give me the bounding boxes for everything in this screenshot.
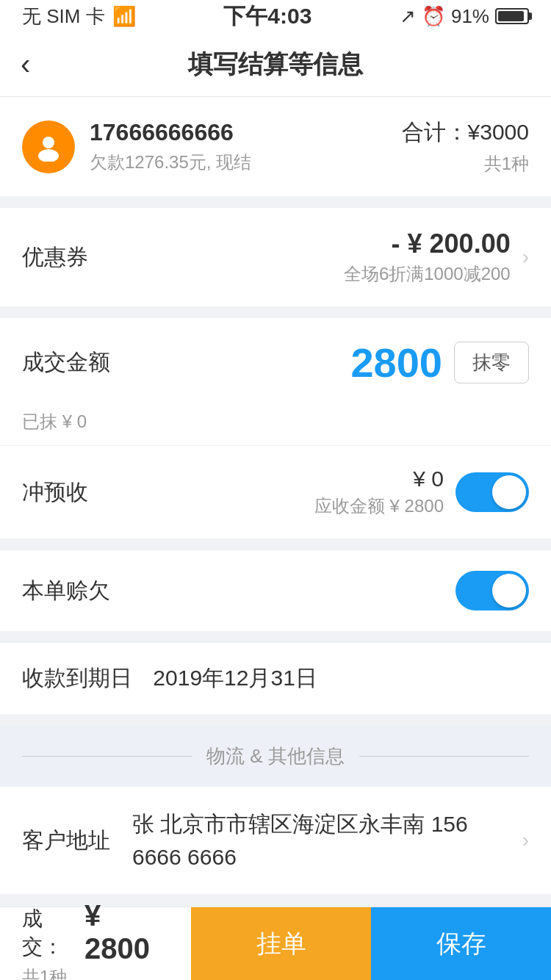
location-icon: ↗ xyxy=(400,5,416,28)
address-label: 客户地址 xyxy=(22,826,110,856)
due-date-row: 收款到期日 2019年12月31日 xyxy=(0,643,551,714)
already-rounded: 已抹 ¥ 0 xyxy=(0,407,551,445)
address-value: 张 北京市市辖区海淀区永丰南 156 6666 6666 xyxy=(132,807,522,873)
amount-label: 成交金额 xyxy=(22,347,110,378)
customer-right: 合计：¥3000 共1种 xyxy=(402,118,529,176)
discount-right: - ¥ 200.00 全场6折满1000减200 › xyxy=(344,228,529,286)
credit-label: 本单赊欠 xyxy=(22,576,110,606)
customer-card: 17666666666 欠款1276.35元, 现结 合计：¥3000 共1种 xyxy=(0,97,551,196)
status-bar: 无 SIM 卡 📶 下午4:03 ↗ ⏰ 91% xyxy=(0,0,551,32)
customer-debt: 欠款1276.35元, 现结 xyxy=(90,151,251,174)
page-title: 填写结算等信息 xyxy=(188,48,363,82)
status-time: 下午4:03 xyxy=(223,1,311,32)
prepay-row: 冲预收 ¥ 0 应收金额 ¥ 2800 xyxy=(0,445,551,538)
customer-left: 17666666666 欠款1276.35元, 现结 xyxy=(22,119,251,174)
svg-point-1 xyxy=(38,149,59,162)
battery-percent: 91% xyxy=(451,5,489,28)
credit-toggle[interactable] xyxy=(455,571,529,610)
prepay-sub-value: 应收金额 ¥ 2800 xyxy=(314,494,444,518)
address-row[interactable]: 客户地址 张 北京市市辖区海淀区永丰南 156 6666 6666 › xyxy=(0,787,551,894)
save-button[interactable]: 保存 xyxy=(371,907,551,980)
credit-right xyxy=(455,571,529,610)
back-button[interactable]: ‹ xyxy=(21,48,30,81)
due-date-value: 2019年12月31日 xyxy=(153,666,317,690)
discount-desc: 全场6折满1000减200 xyxy=(344,262,511,286)
customer-info: 17666666666 欠款1276.35元, 现结 xyxy=(90,119,251,174)
prepay-value: ¥ 0 xyxy=(314,466,444,491)
alarm-icon: ⏰ xyxy=(422,5,445,28)
address-chevron-icon: › xyxy=(522,829,529,852)
customer-count: 共1种 xyxy=(402,152,529,176)
amount-value: 2800 xyxy=(350,339,442,386)
discount-amount: - ¥ 200.00 xyxy=(344,228,511,259)
logistics-label: 物流 & 其他信息 xyxy=(206,743,345,769)
logistics-header: 物流 & 其他信息 xyxy=(0,726,551,787)
nav-bar: ‹ 填写结算等信息 xyxy=(0,32,551,97)
svg-point-0 xyxy=(43,137,54,148)
customer-total: 合计：¥3000 xyxy=(402,118,529,148)
credit-section: 本单赊欠 xyxy=(0,550,551,631)
footer-deal-count: 共1种 xyxy=(22,965,169,981)
due-date-label: 收款到期日 2019年12月31日 xyxy=(22,663,317,693)
round-button[interactable]: 抹零 xyxy=(454,342,529,383)
hold-button[interactable]: 挂单 xyxy=(191,907,371,980)
footer: 成交： ¥ 2800 共1种 挂单 保存 xyxy=(0,907,551,980)
discount-section: 优惠券 - ¥ 200.00 全场6折满1000减200 › xyxy=(0,208,551,306)
status-right: ↗ ⏰ 91% xyxy=(400,5,529,28)
status-left: 无 SIM 卡 📶 xyxy=(22,4,136,29)
amount-right: 2800 抹零 xyxy=(350,339,529,386)
amount-row: 成交金额 2800 抹零 xyxy=(0,318,551,407)
discount-row[interactable]: 优惠券 - ¥ 200.00 全场6折满1000减200 › xyxy=(0,208,551,306)
prepay-right: ¥ 0 应收金额 ¥ 2800 xyxy=(314,466,529,518)
content: 17666666666 欠款1276.35元, 现结 合计：¥3000 共1种 … xyxy=(0,97,551,980)
battery-icon xyxy=(495,8,529,24)
chevron-right-icon: › xyxy=(522,245,529,269)
discount-label: 优惠券 xyxy=(22,242,88,273)
avatar xyxy=(22,120,75,173)
customer-phone: 17666666666 xyxy=(90,119,251,146)
credit-row: 本单赊欠 xyxy=(0,550,551,631)
footer-deal-amount: ¥ 2800 xyxy=(84,899,169,965)
carrier-text: 无 SIM 卡 xyxy=(22,4,105,29)
prepay-label: 冲预收 xyxy=(22,478,88,508)
footer-deal-label: 成交： xyxy=(22,905,80,961)
wifi-icon: 📶 xyxy=(112,5,136,28)
footer-info: 成交： ¥ 2800 共1种 xyxy=(0,899,191,981)
due-date-section: 收款到期日 2019年12月31日 xyxy=(0,643,551,714)
prepay-toggle[interactable] xyxy=(455,472,529,512)
amount-section: 成交金额 2800 抹零 已抹 ¥ 0 冲预收 ¥ 0 应收金额 ¥ 2800 xyxy=(0,318,551,538)
